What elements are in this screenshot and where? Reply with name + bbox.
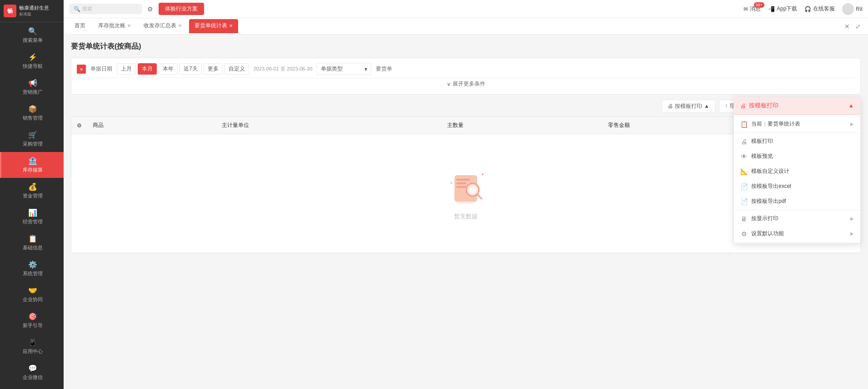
sidebar-item-appstore[interactable]: 📱 应用中心 [0,333,64,359]
sidebar-item-finance[interactable]: 💰 资金管理 [0,178,64,204]
content-area: 要货单统计表(按商品) » 单据日期 上月 本月 本年 近7天 更多 自定义 2… [64,35,868,389]
tab-expand-btn[interactable]: ⤢ [853,22,863,31]
date-range-text: 2023-06-01 至 2023-06-30 [254,66,313,72]
dropdown-item-template-design[interactable]: 📐 模板自定义设计 [734,164,860,179]
sidebar: 畅 畅康通好生意 标准版 🔍 搜索菜单 ⚡ 快捷导航 📢 营销推广 📦 销售管理… [0,0,64,389]
expand-more-label: 展开更多条件 [453,80,485,88]
tabbar: 首页 库存批次账 ✕ 收发存汇总表 ✕ 要货单统计表 ✕ ✕ ⤢ [64,18,868,35]
trial-btn[interactable]: 体验行业方案 [159,3,204,15]
tab-close-all-btn[interactable]: ✕ [843,22,852,31]
sidebar-item-purchase[interactable]: 🛒 采购管理 [0,126,64,152]
svg-rect-2 [456,179,470,181]
display-icon: 🖥 [740,215,748,222]
tab-receipt-summary[interactable]: 收发存汇总表 ✕ [138,19,187,33]
current-icon: 📋 [740,121,748,128]
user-avatar[interactable]: Rit [842,3,863,15]
dropdown-item-template-preview[interactable]: 👁 模板预览 [734,149,860,164]
dropdown-item-export-excel[interactable]: 📄 按模板导出excel [734,179,860,194]
table-settings-header[interactable]: ⚙ [71,117,87,134]
sidebar-item-operation[interactable]: 📊 经营管理 [0,204,64,230]
dropdown-current-item[interactable]: 📋 当前：要货单统计表 ▶ [734,116,860,131]
chevron-right-icon: ▶ [850,121,854,126]
app-download-btn[interactable]: 📲 App下载 [768,5,797,13]
topbar-gear-icon[interactable]: ⚙ [147,5,153,13]
sidebar-item-label: 系统管理 [23,270,43,277]
sidebar-item-label: 新手引导 [23,322,43,329]
tab-home[interactable]: 首页 [69,19,91,33]
system-icon: ⚙️ [28,260,37,269]
search-placeholder: 搜索 [82,5,92,12]
tab-close-icon[interactable]: ✕ [127,23,131,28]
online-service-btn[interactable]: 🎧 在线客服 [804,5,835,13]
gear-icon: ⚙ [740,230,748,237]
sidebar-item-basic[interactable]: 📋 基础信息 [0,230,64,256]
sidebar-item-quicknav[interactable]: ⚡ 快捷导航 [0,48,64,74]
sidebar-item-label: 企业微信 [23,374,43,381]
sidebar-item-sales[interactable]: 📦 销售管理 [0,100,64,126]
sidebar-item-label: 库存核算 [23,167,43,173]
dropdown-item-template-print[interactable]: 🖨 模板打印 [734,134,860,149]
sidebar-item-enterprise[interactable]: 🤝 企业协同 [0,282,64,308]
date-btn-last-month[interactable]: 上月 [117,63,136,75]
design-icon: 📐 [740,168,748,175]
svg-line-7 [477,194,482,199]
newbie-icon: 🎯 [28,312,37,321]
sidebar-item-search[interactable]: 🔍 搜索菜单 [0,22,64,48]
sidebar-item-label: 搜索菜单 [23,37,43,44]
messages-badge: 99+ [754,2,764,8]
sidebar-item-system[interactable]: ⚙️ 系统管理 [0,256,64,282]
chevron-right-icon: ▶ [850,216,854,221]
search-icon: 🔍 [74,6,80,12]
print-template-btn[interactable]: 🖨 按模板打印 ▲ [662,100,715,113]
app-name: 畅康通好生意 [19,5,49,11]
basic-icon: 📋 [28,234,37,243]
expand-more-btn[interactable]: ∨ 展开更多条件 [77,78,855,90]
printer-header-icon: 🖨 [740,102,746,109]
dropdown-item-export-pdf[interactable]: 📄 按模板导出pdf [734,194,860,209]
filter-expand-btn[interactable]: » [77,65,86,74]
pdf-icon: 📄 [740,198,748,205]
tab-inventory-batch[interactable]: 库存批次账 ✕ [93,19,136,33]
chevron-down-icon: ▾ [364,66,367,72]
app-badge: 标准版 [19,11,49,17]
date-btn-7days[interactable]: 近7天 [180,63,202,75]
date-options: 上月 本月 本年 近7天 更多 自定义 [117,63,249,75]
sidebar-item-marketing[interactable]: 📢 营销推广 [0,74,64,100]
topbar-search[interactable]: 🔍 搜索 [69,4,142,14]
svg-text:✦: ✦ [450,181,453,185]
quicknav-icon: ⚡ [28,53,37,61]
main-area: 🔍 搜索 ⚙ 体验行业方案 ✉ 消息 99+ 📲 App下载 🎧 在线客服 Ri… [64,0,868,389]
type-filter-select[interactable]: 单据类型 ▾ [317,63,371,75]
sidebar-item-label: 采购管理 [23,141,43,147]
item-label: 设置默认功能 [751,230,784,237]
sidebar-item-vip[interactable]: 👑 畅会员 [0,385,64,389]
sidebar-item-wechat[interactable]: 💬 企业微信 [0,359,64,385]
sidebar-item-label: 经营管理 [23,218,43,225]
tab-label: 要货单统计表 [195,22,227,30]
dropdown-collapse-btn[interactable]: ▲ [848,102,854,109]
tab-label: 库存批次账 [98,22,125,30]
tab-close-icon[interactable]: ✕ [178,23,182,28]
date-btn-this-year[interactable]: 本年 [159,63,178,75]
item-label: 模板自定义设计 [751,167,789,175]
date-btn-this-month[interactable]: 本月 [138,63,157,75]
dropdown-body: 📋 当前：要货单统计表 ▶ 🖨 模板打印 👁 模板预览 📐 模板自定义设计 [734,115,860,243]
excel-icon: 📄 [740,183,748,190]
dropdown-item-display-print[interactable]: 🖥 按显示打印 ▶ [734,211,860,226]
current-label: 当前：要货单统计表 [751,120,800,128]
dropdown-item-set-default[interactable]: ⚙ 设置默认功能 ▶ [734,226,860,241]
date-btn-more[interactable]: 更多 [204,63,223,75]
sidebar-item-inventory[interactable]: 🏦 库存核算 [0,152,64,178]
item-label: 按模板导出excel [751,182,791,190]
date-btn-custom[interactable]: 自定义 [224,63,249,75]
messages-btn[interactable]: ✉ 消息 99+ [743,5,761,13]
item-label: 模板打印 [751,137,773,145]
inventory-icon: 🏦 [28,157,37,165]
logo-icon: 畅 [4,5,16,17]
dropdown-title-label: 按模板打印 [749,101,778,110]
sidebar-item-newbie[interactable]: 🎯 新手引导 [0,308,64,333]
tab-close-icon[interactable]: ✕ [229,23,233,28]
sidebar-item-label: 快捷导航 [23,63,43,70]
appstore-icon: 📱 [28,338,37,347]
tab-order-stats[interactable]: 要货单统计表 ✕ [189,19,238,33]
